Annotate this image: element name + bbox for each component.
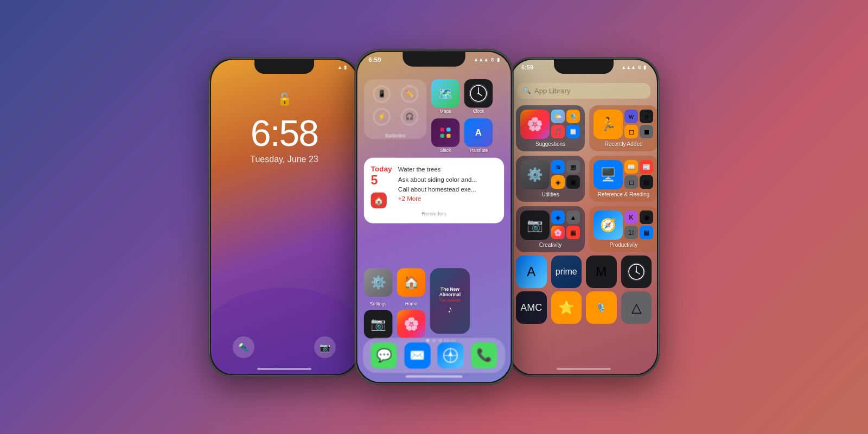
cre-sm-2: ▲ <box>566 210 580 224</box>
reminders-item-1: Water the trees <box>398 164 477 174</box>
appstore-icon[interactable]: A <box>516 256 547 288</box>
reminders-icon: 🏠 <box>371 193 386 208</box>
prod-sm-2: ◉ <box>640 210 653 224</box>
app-library-search[interactable]: 🔍 App Library <box>517 83 650 99</box>
messages-icon: 💬 <box>371 342 397 368</box>
reminders-widget[interactable]: Today 5 🏠 Water the trees Ask about sidi… <box>364 158 504 224</box>
clock-library-icon[interactable] <box>621 256 652 288</box>
util-sm-2: ▦ <box>566 160 580 174</box>
suggestions-name: Suggestions <box>520 141 580 147</box>
suggestions-icons: 🌸 🌤️ 🎙️ 🎵 ◻️ <box>520 110 580 139</box>
camera-app[interactable]: 📷 <box>364 310 393 339</box>
photos-app[interactable]: 🌸 <box>397 310 426 339</box>
settings-app[interactable]: ⚙️ <box>364 268 393 297</box>
phones-container: 6:58 ▲ ▮ 🔓 6:58 Tuesday, June 23 <box>213 57 655 377</box>
reference-icons: 🖥️ 📖 📰 ◻ ▤ <box>593 160 654 189</box>
svg-point-16 <box>477 93 479 94</box>
svg-rect-20 <box>446 134 450 138</box>
lock-date: Tuesday, June 23 <box>250 155 318 164</box>
dock: 💬 ✉️ <box>363 338 506 373</box>
music-widget[interactable]: The New Abnormal The Strokes ♪ <box>430 268 470 334</box>
maps-app[interactable]: 🗺️ Maps <box>431 79 460 114</box>
productivity-lg-icon: 🧭 <box>593 210 623 240</box>
library-bottom-row: A prime M <box>510 252 657 288</box>
medium-icon[interactable]: M <box>586 256 617 288</box>
notch <box>254 60 314 74</box>
podcast-2-icon[interactable]: 🎙️ <box>586 291 617 324</box>
flashlight-icon: 🔦 <box>238 342 249 353</box>
dock-phone[interactable]: 📞 <box>471 342 497 368</box>
weather-sm-icon: 🌤️ <box>551 110 565 123</box>
iphone-home: 6:59 ▲▲▲ ⊙ ▮ <box>354 49 514 385</box>
misc-icon[interactable]: △ <box>621 291 652 324</box>
translate-label: Translate <box>469 148 488 153</box>
slack-app[interactable]: Slack <box>431 118 460 153</box>
recent-lg-icon: 🏃 <box>593 110 623 139</box>
battery-icon-home: ▮ <box>497 57 500 63</box>
battery-icon-library: ▮ <box>643 65 646 70</box>
utilities-name: Utilities <box>520 192 580 197</box>
home-label: Home <box>405 301 417 306</box>
utilities-small-icons: ≋ ▦ ◈ ▣ <box>551 160 580 189</box>
reminders-item-3: Call about homestead exe... <box>398 184 477 194</box>
folder-utilities[interactable]: ⚙️ ≋ ▦ ◈ ▣ Utilities <box>516 156 585 202</box>
wifi-icon: ▲ <box>337 65 342 70</box>
home-app[interactable]: 🏠 <box>397 268 426 297</box>
translate-icon: A <box>464 118 493 146</box>
creativity-small-icons: ◈ ▲ 🌸 ▦ <box>551 210 580 240</box>
translate-app[interactable]: A Translate <box>464 118 493 153</box>
productivity-icons: 🧭 K ◉ 1⃣ ▦ <box>593 210 654 240</box>
battery-phone: 📱 <box>368 84 394 104</box>
lock-screen: 6:58 ▲ ▮ 🔓 6:58 Tuesday, June 23 <box>211 60 358 374</box>
lock-bottom: 🔦 📷 <box>211 336 358 358</box>
folder-recently-added[interactable]: 🏃 w a ◻ ◼ Recently Added <box>589 105 657 151</box>
notch-home <box>403 52 465 67</box>
camera-icon: 📷 <box>320 342 330 353</box>
folder-productivity[interactable]: 🧭 K ◉ 1⃣ ▦ Productivity <box>589 206 657 252</box>
mail-icon: ✉️ <box>404 342 430 368</box>
maps-icon: 🗺️ <box>431 79 460 108</box>
folder-reference[interactable]: 🖥️ 📖 📰 ◻ ▤ Reference & Reading <box>589 156 657 202</box>
ref-sm-1: 📖 <box>624 160 638 174</box>
slack-label: Slack <box>440 148 451 153</box>
clock-app[interactable]: Clock <box>464 79 493 114</box>
suggestions-small-icons: 🌤️ 🎙️ 🎵 ◻️ <box>551 110 580 139</box>
search-icon: 🔍 <box>524 87 531 94</box>
camera-button[interactable]: 📷 <box>314 336 336 358</box>
util-sm-4: ▣ <box>566 175 580 189</box>
dock-mail[interactable]: ✉️ <box>404 342 430 368</box>
battery-headphones: 🎧 <box>397 106 422 127</box>
music-sm-icon: 🎵 <box>551 125 565 138</box>
recent-sm-1: w <box>624 110 638 123</box>
svg-rect-18 <box>446 127 450 131</box>
widget-row-top: 📱 ✏️ <box>357 79 511 154</box>
maps-label: Maps <box>440 109 451 114</box>
reference-lg-icon: 🖥️ <box>593 160 623 189</box>
flashlight-button[interactable]: 🔦 <box>233 336 254 358</box>
svg-text:✏️: ✏️ <box>405 90 413 98</box>
reminders-content: Today 5 🏠 Water the trees Ask about sidi… <box>371 164 497 208</box>
cre-sm-1: ◈ <box>551 210 565 224</box>
amc-icon[interactable]: AMC <box>516 291 547 324</box>
creativity-lg-icon: 📷 <box>520 210 550 240</box>
reminders-more: +2 More <box>398 195 477 202</box>
folder-creativity[interactable]: 📷 ◈ ▲ 🌸 ▦ Creativity <box>516 206 585 252</box>
dock-messages[interactable]: 💬 <box>371 342 397 368</box>
app-library-content: 🔍 App Library 🌸 🌤️ <box>510 60 657 324</box>
prime-icon[interactable]: prime <box>551 256 582 288</box>
prod-sm-1: K <box>624 210 638 224</box>
recent-sm-2: a <box>640 110 653 123</box>
lock-time: 6:58 <box>251 114 318 151</box>
batteries-label: Batteries <box>368 129 422 139</box>
battery-watch: ⚡ <box>368 106 394 127</box>
lock-icon: 🔓 <box>277 92 292 106</box>
right-widgets: 🗺️ Maps <box>431 79 493 154</box>
ref-sm-4: ▤ <box>640 175 653 189</box>
batteries-widget[interactable]: 📱 ✏️ <box>364 79 427 139</box>
home-indicator-home <box>406 375 463 378</box>
wifi-icon-library: ⊙ <box>637 65 642 70</box>
folder-suggestions[interactable]: 🌸 🌤️ 🎙️ 🎵 ◻️ Suggestions <box>516 105 585 151</box>
dock-safari[interactable] <box>438 342 464 368</box>
star-icon[interactable]: ⭐ <box>551 291 582 324</box>
battery-icon-lock: ▮ <box>344 65 347 70</box>
